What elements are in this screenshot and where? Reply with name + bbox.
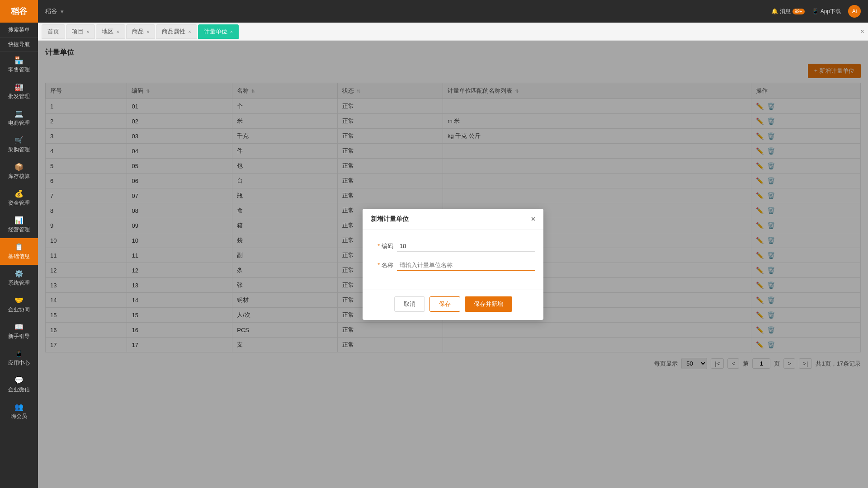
retail-icon: 🏪: [14, 56, 24, 65]
sidebar-item-inventory[interactable]: 📦 库存核算: [0, 158, 38, 185]
sidebar: 稻谷 搜索菜单 快捷导航 🏪 零售管理 🏭 批发管理 💻 电商管理 🛒 采购管理…: [0, 0, 38, 488]
form-row-name: 名称: [371, 260, 535, 271]
notification-label: 消息: [780, 8, 791, 15]
sidebar-item-purchase-label: 采购管理: [8, 146, 30, 154]
search-menu[interactable]: 搜索菜单: [0, 23, 38, 38]
save-new-button[interactable]: 保存并新增: [465, 296, 512, 312]
sidebar-item-purchase[interactable]: 🛒 采购管理: [0, 131, 38, 158]
sidebar-item-system-label: 系统管理: [8, 279, 30, 287]
tab-project[interactable]: 项目 ×: [66, 24, 95, 39]
sidebar-item-retail[interactable]: 🏪 零售管理: [0, 52, 38, 78]
sidebar-item-apps[interactable]: 📱 应用中心: [0, 345, 38, 371]
tabbar: 首页 项目 × 地区 × 商品 × 商品属性 × 计量单位 × ×: [38, 23, 868, 41]
main-area: 稻谷 ▾ 🔔 消息 99+ 📱 App下载 Ai 首页 项目 ×: [38, 0, 868, 488]
base-icon: 📋: [14, 243, 24, 251]
purchase-icon: 🛒: [14, 136, 24, 145]
sidebar-item-wholesale-label: 批发管理: [8, 93, 30, 100]
code-label: 编码: [371, 242, 393, 250]
topbar-left: 稻谷 ▾: [45, 7, 64, 15]
tab-attributes-close[interactable]: ×: [188, 29, 191, 34]
guide-icon: 📖: [14, 323, 24, 331]
sidebar-item-wholesale[interactable]: 🏭 批发管理: [0, 78, 38, 105]
tab-attributes-label: 商品属性: [162, 28, 185, 36]
logo-text: 稻谷: [11, 6, 27, 17]
sidebar-item-partner-label: 企业协同: [8, 306, 30, 314]
quick-nav[interactable]: 快捷导航: [0, 38, 38, 52]
content-area: 计量单位 + 新增计量单位 序号 编码 ⇅ 名称 ⇅ 状态 ⇅ 计量单位匹配的名…: [38, 41, 868, 488]
modal-footer: 取消 保存 保存并新增: [363, 290, 543, 320]
modal-overlay: 新增计量单位 × 编码 名称 取消 保存 保存并新增: [38, 41, 868, 488]
sidebar-item-apps-label: 应用中心: [8, 359, 30, 367]
modal-header: 新增计量单位 ×: [363, 209, 543, 230]
topbar-chevron-icon: ▾: [61, 8, 64, 15]
inventory-icon: 📦: [14, 163, 24, 171]
save-button[interactable]: 保存: [429, 296, 460, 312]
sidebar-item-base[interactable]: 📋 基础信息: [0, 238, 38, 265]
modal-close-button[interactable]: ×: [531, 215, 535, 223]
user-avatar[interactable]: Ai: [848, 5, 861, 18]
search-menu-label: 搜索菜单: [8, 27, 30, 33]
quick-nav-label: 快捷导航: [8, 41, 30, 47]
notification-badge: 99+: [793, 9, 805, 14]
code-input[interactable]: [397, 241, 535, 252]
tab-goods-label: 商品: [132, 28, 144, 36]
sidebar-item-operations-label: 经营管理: [8, 226, 30, 234]
sidebar-item-ecommerce[interactable]: 💻 电商管理: [0, 105, 38, 131]
sidebar-item-member-label: 嗨会员: [11, 413, 27, 420]
avatar-text: Ai: [852, 8, 857, 14]
sidebar-item-guide-label: 新手引导: [8, 333, 30, 340]
add-unit-modal: 新增计量单位 × 编码 名称 取消 保存 保存并新增: [363, 209, 543, 320]
download-label: App下载: [821, 8, 841, 15]
tab-unit-label: 计量单位: [204, 28, 227, 36]
tab-unit[interactable]: 计量单位 ×: [198, 24, 239, 39]
sidebar-item-finance[interactable]: 💰 资金管理: [0, 185, 38, 211]
operations-icon: 📊: [14, 216, 24, 225]
tabbar-close-all[interactable]: ×: [860, 28, 864, 36]
download-icon: 📱: [812, 8, 819, 14]
form-row-code: 编码: [371, 241, 535, 252]
app-logo: 稻谷: [0, 0, 38, 23]
topbar-right: 🔔 消息 99+ 📱 App下载 Ai: [771, 5, 861, 18]
sidebar-item-member[interactable]: 👥 嗨会员: [0, 398, 38, 425]
tab-unit-close[interactable]: ×: [230, 29, 233, 34]
partner-icon: 🤝: [14, 296, 24, 305]
tab-project-label: 项目: [72, 28, 84, 36]
sidebar-item-guide[interactable]: 📖 新手引导: [0, 318, 38, 345]
finance-icon: 💰: [14, 189, 24, 198]
cancel-button[interactable]: 取消: [394, 296, 425, 312]
modal-title: 新增计量单位: [371, 215, 409, 223]
bell-icon: 🔔: [771, 8, 778, 14]
system-icon: ⚙️: [14, 269, 24, 278]
member-icon: 👥: [14, 403, 24, 411]
notification-button[interactable]: 🔔 消息 99+: [771, 8, 805, 15]
app-download-button[interactable]: 📱 App下载: [812, 8, 841, 15]
tab-attributes[interactable]: 商品属性 ×: [156, 24, 197, 39]
apps-icon: 📱: [14, 349, 24, 358]
tab-goods-close[interactable]: ×: [146, 29, 149, 34]
name-label: 名称: [371, 261, 393, 269]
sidebar-item-enterprise-label: 企业微信: [8, 386, 30, 394]
ecommerce-icon: 💻: [14, 109, 24, 118]
topbar: 稻谷 ▾ 🔔 消息 99+ 📱 App下载 Ai: [38, 0, 868, 23]
sidebar-item-ecommerce-label: 电商管理: [8, 119, 30, 127]
sidebar-item-operations[interactable]: 📊 经营管理: [0, 211, 38, 238]
sidebar-item-finance-label: 资金管理: [8, 199, 30, 207]
wholesale-icon: 🏭: [14, 83, 24, 91]
sidebar-item-system[interactable]: ⚙️ 系统管理: [0, 265, 38, 291]
tab-home[interactable]: 首页: [42, 24, 65, 39]
tab-goods[interactable]: 商品 ×: [126, 24, 155, 39]
name-input[interactable]: [397, 260, 535, 271]
tab-region[interactable]: 地区 ×: [96, 24, 125, 39]
sidebar-item-base-label: 基础信息: [8, 253, 30, 260]
sidebar-item-enterprise[interactable]: 💬 企业微信: [0, 371, 38, 398]
sidebar-item-partner[interactable]: 🤝 企业协同: [0, 291, 38, 318]
enterprise-icon: 💬: [14, 376, 24, 385]
tab-project-close[interactable]: ×: [86, 29, 89, 34]
modal-body: 编码 名称: [363, 230, 543, 290]
sidebar-item-retail-label: 零售管理: [8, 66, 30, 74]
tab-region-label: 地区: [102, 28, 113, 36]
app-name-label: 稻谷: [45, 7, 57, 15]
tab-home-label: 首页: [47, 28, 59, 36]
sidebar-item-inventory-label: 库存核算: [8, 173, 30, 180]
tab-region-close[interactable]: ×: [116, 29, 119, 34]
